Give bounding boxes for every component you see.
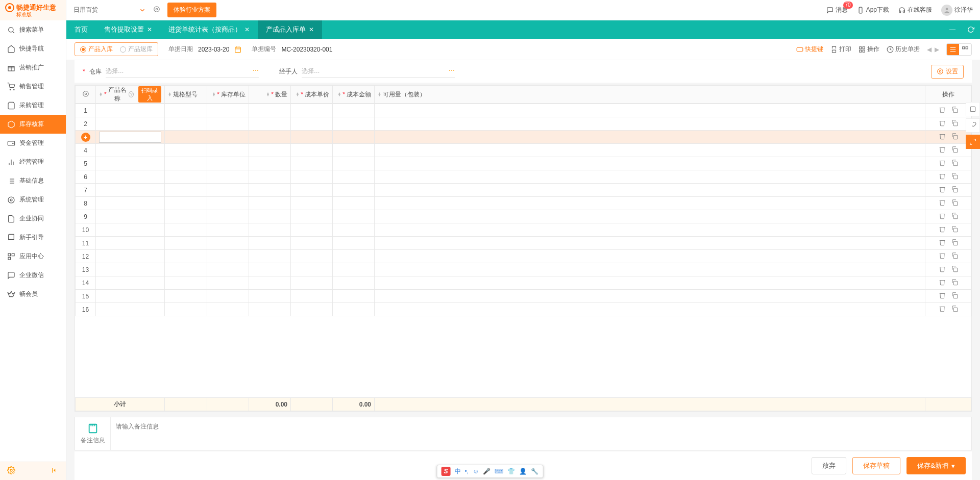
col-qty[interactable]: ▲▼*数量 (249, 86, 291, 104)
gear-icon[interactable] (153, 6, 160, 14)
tab-0[interactable]: 首页 (66, 20, 96, 39)
department-selector[interactable]: 日用百货 (74, 6, 146, 14)
table-row[interactable]: 16 (76, 303, 971, 316)
ime-skin-icon[interactable]: 👕 (507, 468, 515, 475)
tab-close-icon[interactable]: ✕ (309, 26, 314, 33)
row-delete-icon[interactable] (939, 133, 946, 141)
add-row-icon[interactable]: + (81, 133, 90, 142)
shortcut-link[interactable]: 快捷键 (796, 45, 823, 54)
view-list[interactable] (947, 44, 959, 55)
tool-2[interactable] (966, 118, 980, 133)
table-row[interactable]: 14 (76, 276, 971, 290)
save-draft-button[interactable]: 保存草稿 (852, 457, 900, 474)
tab-minimize[interactable]: ― (943, 20, 962, 39)
table-row[interactable]: 6 (76, 170, 971, 184)
row-delete-icon[interactable] (939, 106, 946, 115)
doc-prev[interactable]: ◀ (927, 46, 932, 53)
row-delete-icon[interactable] (939, 159, 946, 168)
sidebar-item-7[interactable]: 经营管理 (0, 153, 66, 171)
row-copy-icon[interactable] (951, 186, 958, 194)
row-delete-icon[interactable] (939, 119, 946, 128)
sidebar-item-9[interactable]: 系统管理 (0, 190, 66, 209)
table-row[interactable]: 1 (76, 104, 971, 117)
scheme-button[interactable]: 体验行业方案 (167, 3, 216, 17)
ime-toolbar[interactable]: S 中 •, ☺ 🎤 ⌨ 👕 👤 🔧 (437, 465, 544, 478)
row-copy-icon[interactable] (951, 212, 958, 221)
ime-keyboard-icon[interactable]: ⌨ (495, 468, 503, 475)
view-grid[interactable] (959, 44, 971, 55)
col-available[interactable]: ▲▼可用量（包装） (375, 86, 925, 104)
row-delete-icon[interactable] (939, 239, 946, 247)
row-delete-icon[interactable] (939, 252, 946, 261)
sidebar-item-14[interactable]: 畅会员 (0, 285, 66, 304)
tab-close-icon[interactable]: ✕ (147, 26, 152, 33)
save-and-new-button[interactable]: 保存&新增▾ (906, 457, 966, 474)
row-delete-icon[interactable] (939, 305, 946, 314)
settings-icon[interactable] (7, 466, 15, 476)
tab-1[interactable]: 售价提取设置✕ (96, 20, 160, 39)
row-copy-icon[interactable] (951, 252, 958, 261)
ime-tool-icon[interactable]: 🔧 (531, 468, 538, 475)
sidebar-item-12[interactable]: 应用中心 (0, 247, 66, 266)
product-name-input[interactable] (99, 132, 161, 143)
table-row[interactable]: 9 (76, 210, 971, 223)
row-copy-icon[interactable] (951, 225, 958, 234)
app-download-link[interactable]: App下载 (857, 6, 889, 14)
table-row[interactable]: 2 (76, 117, 971, 131)
tool-3[interactable] (966, 135, 980, 149)
row-copy-icon[interactable] (951, 172, 958, 181)
ime-mic-icon[interactable]: 🎤 (483, 468, 491, 475)
sidebar-item-10[interactable]: 企业协同 (0, 209, 66, 228)
row-delete-icon[interactable] (939, 292, 946, 300)
table-row[interactable]: 15 (76, 290, 971, 303)
sidebar-item-2[interactable]: 营销推广 (0, 58, 66, 77)
row-copy-icon[interactable] (951, 159, 958, 168)
settings-button[interactable]: 设置 (931, 65, 964, 79)
doc-next[interactable]: ▶ (935, 46, 939, 53)
sidebar-item-5[interactable]: 库存核算 (0, 115, 66, 134)
row-delete-icon[interactable] (939, 199, 946, 208)
table-row[interactable]: 5 (76, 157, 971, 170)
support-link[interactable]: 在线客服 (898, 6, 932, 14)
row-copy-icon[interactable] (951, 119, 958, 128)
row-copy-icon[interactable] (951, 133, 958, 141)
tab-refresh[interactable] (962, 20, 980, 39)
row-copy-icon[interactable] (951, 199, 958, 208)
table-row[interactable]: 8 (76, 197, 971, 210)
row-copy-icon[interactable] (951, 292, 958, 300)
row-copy-icon[interactable] (951, 279, 958, 287)
discard-button[interactable]: 放弃 (812, 457, 846, 474)
col-unit[interactable]: ▲▼*库存单位 (207, 86, 249, 104)
table-row[interactable]: 4 (76, 144, 971, 157)
table-row[interactable]: 11 (76, 237, 971, 250)
sidebar-item-8[interactable]: 基础信息 (0, 171, 66, 190)
row-copy-icon[interactable] (951, 305, 958, 314)
history-link[interactable]: 历史单据 (887, 45, 920, 54)
scan-button[interactable]: 扫码录入 (138, 86, 161, 103)
messages-link[interactable]: 消息 70 (826, 6, 848, 14)
tab-2[interactable]: 进货单统计表（按商品）✕ (160, 20, 258, 39)
col-config[interactable] (76, 86, 96, 104)
sidebar-item-13[interactable]: 企业微信 (0, 266, 66, 285)
tab-close-icon[interactable]: ✕ (244, 26, 250, 33)
radio-product-out[interactable]: 产品退库 (120, 45, 153, 54)
tool-1[interactable] (966, 102, 980, 116)
table-row[interactable]: 7 (76, 184, 971, 197)
sidebar-item-1[interactable]: 快捷导航 (0, 39, 66, 58)
sidebar-item-3[interactable]: 销售管理 (0, 77, 66, 96)
row-copy-icon[interactable] (951, 146, 958, 155)
user-menu[interactable]: 徐泽华 (941, 5, 973, 16)
row-delete-icon[interactable] (939, 212, 946, 221)
sidebar-item-11[interactable]: 新手引导 (0, 228, 66, 247)
col-product-name[interactable]: ▲▼*产品名称? 扫码录入 (96, 86, 165, 104)
row-copy-icon[interactable] (951, 265, 958, 274)
table-row[interactable]: 10 (76, 223, 971, 237)
sidebar-item-6[interactable]: 资金管理 (0, 134, 66, 153)
row-copy-icon[interactable] (951, 106, 958, 115)
handler-select[interactable]: 选择… (302, 65, 455, 78)
row-delete-icon[interactable] (939, 265, 946, 274)
collapse-icon[interactable] (51, 466, 59, 476)
col-spec[interactable]: ▲▼规格型号 (165, 86, 207, 104)
table-row[interactable]: 12 (76, 250, 971, 263)
ime-emoji-icon[interactable]: ☺ (473, 468, 479, 475)
